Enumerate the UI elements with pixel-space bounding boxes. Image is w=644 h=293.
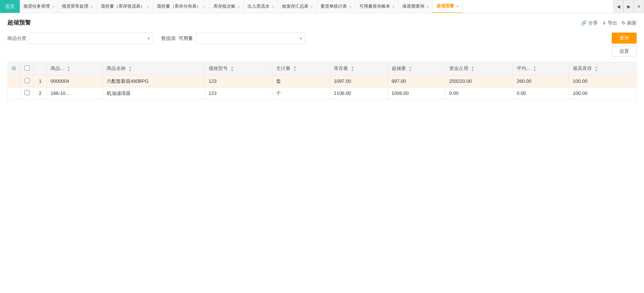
page-content: 超储预警 🔗 分享 ⇓ 导出 ↻ 刷新 商品分类: [0, 13, 644, 293]
query-button[interactable]: 查询: [612, 33, 637, 44]
cell-product-code: 186-10...: [47, 87, 103, 99]
cell-spec: 123: [205, 75, 272, 87]
cell-checkbox: [21, 75, 34, 87]
cell-capital: 0.00: [445, 87, 513, 99]
sort-icon-product-code: ▲▼: [67, 66, 70, 72]
th-product-code-label: 商品...: [51, 66, 64, 71]
th-product-name-label: 商品名称: [107, 66, 126, 71]
table-body: 1 0000004 六配套新昌490BPG 123 套 1097.00 997.…: [8, 75, 637, 99]
tab-label: 库存批次账: [213, 3, 235, 10]
topbar: 首页 拣货任务管理×拣货异常处理×现存量（库存状况表）×现存量（库存分布表）×库…: [0, 0, 644, 13]
th-checkbox: [21, 62, 34, 75]
table-header: ⚙ 商品... ▲▼ 商品名称 ▲▼ 规格型号 ▲▼: [8, 62, 637, 75]
th-unit[interactable]: 主计量 ▲▼: [272, 62, 330, 75]
nav-prev-button[interactable]: ◀: [613, 0, 623, 13]
cell-settings: [8, 87, 21, 99]
category-filter-group: 商品分类 ▼: [7, 33, 154, 44]
th-settings: ⚙: [8, 62, 21, 75]
cell-index: 1: [34, 75, 47, 87]
datasource-value: 可用量: [179, 35, 193, 42]
share-button[interactable]: 🔗 分享: [581, 20, 598, 26]
category-select[interactable]: ▼: [29, 33, 154, 44]
sort-icon-product-name: ▲▼: [129, 66, 132, 72]
tab-item[interactable]: 库存批次账×: [210, 0, 244, 13]
table-gear-icon[interactable]: ⚙: [11, 65, 16, 71]
th-over-stock-label: 超储量: [392, 66, 406, 71]
nav-next-button[interactable]: ▶: [623, 0, 634, 13]
tab-close-icon[interactable]: ×: [349, 4, 351, 9]
cell-checkbox: [21, 87, 34, 99]
row-checkbox[interactable]: [25, 78, 30, 83]
tab-item[interactable]: 现存量（库存分布表）×: [153, 0, 209, 13]
tab-item[interactable]: 超储预警×: [433, 0, 462, 13]
th-product-code[interactable]: 商品... ▲▼: [47, 62, 103, 75]
th-stock[interactable]: 库存量 ▲▼: [330, 62, 388, 75]
cell-capital: 259220.00: [445, 75, 513, 87]
cell-avg: 260.00: [513, 75, 569, 87]
th-max-stock[interactable]: 最高库存 ▲▼: [569, 62, 636, 75]
tab-close-icon[interactable]: ×: [91, 4, 93, 9]
sort-icon-unit: ▲▼: [293, 66, 296, 72]
th-avg[interactable]: 平均... ▲▼: [513, 62, 569, 75]
share-icon: 🔗: [581, 20, 587, 26]
th-product-name[interactable]: 商品名称 ▲▼: [103, 62, 205, 75]
th-spec[interactable]: 规格型号 ▲▼: [205, 62, 272, 75]
th-stock-label: 库存量: [334, 66, 348, 71]
sort-icon-capital: ▲▼: [471, 66, 474, 72]
cell-index: 2: [34, 87, 47, 99]
cell-over-stock: 997.00: [388, 75, 445, 87]
datasource-select-wrap: ▼: [196, 33, 306, 44]
cell-max-stock: 100.00: [569, 75, 636, 87]
tab-close-icon[interactable]: ×: [52, 4, 54, 9]
tab-close-icon[interactable]: ×: [427, 4, 429, 9]
row-checkbox[interactable]: [25, 90, 30, 95]
category-select-wrap: ▼: [29, 33, 154, 44]
cell-product-name: 机油滤清器: [103, 87, 205, 99]
th-unit-label: 主计量: [276, 66, 290, 71]
th-capital-label: 资金占用: [449, 66, 468, 71]
table-row[interactable]: 2 186-10... 机油滤清器 123 个 1106.00 1006.00 …: [8, 87, 637, 99]
th-spec-label: 规格型号: [209, 66, 228, 71]
tab-close-icon[interactable]: ×: [272, 4, 274, 9]
cell-over-stock: 1006.00: [388, 87, 445, 99]
tab-item[interactable]: 收发存汇总表×: [278, 0, 317, 13]
category-label: 商品分类: [7, 35, 26, 42]
tab-item[interactable]: 要货单统计表×: [317, 0, 355, 13]
tab-close-icon[interactable]: ×: [238, 4, 240, 9]
cell-product-name: 六配套新昌490BPG: [103, 75, 205, 87]
tab-label: 收发存汇总表: [282, 3, 308, 10]
cell-product-code: 0000004: [47, 75, 103, 87]
tab-item[interactable]: 可用量库存账本×: [356, 0, 399, 13]
action-buttons: 查询 设置: [612, 33, 637, 57]
nav-close-button[interactable]: ✕: [634, 0, 644, 13]
tab-label: 现存量（库存分布表）: [157, 3, 201, 10]
nav-arrows: ◀ ▶ ✕: [613, 0, 644, 13]
tab-label: 现存量（库存状况表）: [101, 3, 145, 10]
table-row[interactable]: 1 0000004 六配套新昌490BPG 123 套 1097.00 997.…: [8, 75, 637, 87]
tab-close-icon[interactable]: ×: [147, 4, 149, 9]
tab-item[interactable]: 保质期查询×: [399, 0, 433, 13]
select-all-checkbox[interactable]: [25, 66, 30, 71]
sort-icon-stock: ▲▼: [351, 66, 354, 72]
tab-close-icon[interactable]: ×: [456, 4, 458, 8]
tab-item[interactable]: 现存量（库存状况表）×: [97, 0, 153, 13]
settings-button[interactable]: 设置: [612, 46, 637, 57]
header-row: ⚙ 商品... ▲▼ 商品名称 ▲▼ 规格型号 ▲▼: [8, 62, 637, 75]
tab-label: 超储预警: [436, 3, 454, 9]
cell-spec: 123: [205, 87, 272, 99]
cell-unit: 个: [272, 87, 330, 99]
refresh-button[interactable]: ↻ 刷新: [622, 20, 637, 26]
th-capital[interactable]: 资金占用 ▲▼: [445, 62, 513, 75]
tab-item[interactable]: 拣货异常处理×: [58, 0, 97, 13]
cell-stock: 1106.00: [330, 87, 388, 99]
th-max-stock-label: 最高库存: [573, 66, 592, 71]
tab-item[interactable]: 出入库流水×: [244, 0, 278, 13]
export-button[interactable]: ⇓ 导出: [602, 20, 617, 26]
th-over-stock[interactable]: 超储量 ▲▼: [388, 62, 445, 75]
tab-item[interactable]: 拣货任务管理×: [20, 0, 58, 13]
tab-close-icon[interactable]: ×: [311, 4, 313, 9]
tab-close-icon[interactable]: ×: [392, 4, 395, 9]
tab-close-icon[interactable]: ×: [203, 4, 205, 9]
home-tab[interactable]: 首页: [0, 0, 20, 13]
datasource-select[interactable]: ▼: [196, 33, 306, 44]
